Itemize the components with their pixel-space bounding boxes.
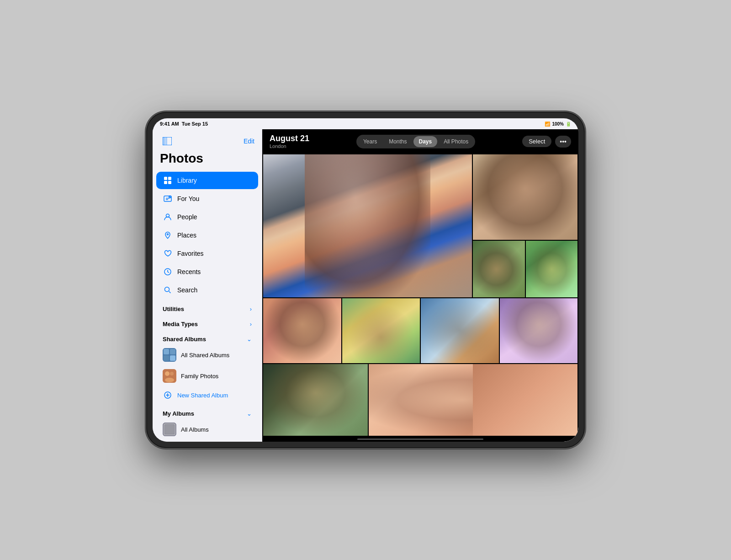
- sidebar-item-library[interactable]: Library: [156, 172, 258, 189]
- app-container: Edit Photos Library: [153, 129, 578, 442]
- tab-all-photos[interactable]: All Photos: [438, 136, 474, 147]
- svg-point-20: [170, 372, 174, 375]
- toolbar-tabs: Years Months Days All Photos: [356, 135, 475, 148]
- sidebar-people-label: People: [177, 213, 197, 221]
- media-types-section-header[interactable]: Media Types ›: [156, 316, 258, 329]
- photo-row-3: [263, 364, 577, 436]
- sidebar-recents-label: Recents: [177, 268, 201, 275]
- sidebar-for-you-label: For You: [177, 195, 199, 202]
- device-frame: 9:41 AM Tue Sep 15 📶 100% 🔋: [146, 112, 585, 448]
- svg-point-21: [165, 378, 174, 382]
- svg-rect-2: [166, 137, 167, 145]
- photo-cell-2[interactable]: [473, 154, 577, 240]
- more-options-button[interactable]: •••: [555, 136, 571, 148]
- photo-cell-10[interactable]: [369, 364, 577, 436]
- sidebar-title: Photos: [153, 151, 262, 171]
- edit-button[interactable]: Edit: [244, 137, 254, 145]
- photo-cell-4[interactable]: [526, 241, 577, 297]
- svg-rect-4: [168, 177, 171, 180]
- all-shared-albums-label: All Shared Albums: [181, 352, 229, 359]
- toolbar: August 21 London Years Months Days All P…: [262, 129, 578, 153]
- svg-point-19: [165, 371, 170, 376]
- shared-albums-title: Shared Albums: [163, 336, 206, 343]
- device-screen: 9:41 AM Tue Sep 15 📶 100% 🔋: [153, 118, 578, 442]
- battery-label: 100%: [552, 122, 564, 127]
- photo-cell-8[interactable]: [500, 298, 578, 363]
- family-photos-label: Family Photos: [181, 373, 218, 380]
- new-shared-album-label: New Shared Album: [177, 392, 228, 399]
- sidebar-item-for-you[interactable]: For You: [156, 190, 258, 207]
- svg-rect-5: [164, 181, 167, 184]
- library-icon: [163, 175, 173, 185]
- sidebar-item-all-shared-albums[interactable]: All Shared Albums: [156, 345, 258, 365]
- svg-rect-15: [170, 349, 175, 354]
- photo-cell-3[interactable]: [473, 241, 524, 297]
- sidebar-search-label: Search: [177, 286, 197, 294]
- family-photos-thumb: [163, 369, 176, 383]
- shared-albums-chevron: ⌄: [247, 336, 252, 343]
- utilities-title: Utilities: [163, 306, 184, 312]
- svg-point-10: [167, 234, 169, 235]
- media-types-title: Media Types: [163, 321, 198, 328]
- battery-icon: 🔋: [566, 122, 571, 127]
- utilities-chevron: ›: [250, 306, 252, 312]
- search-icon: [163, 285, 173, 295]
- sidebar-favorites-label: Favorites: [177, 250, 204, 257]
- toolbar-date-location: August 21 London: [270, 134, 309, 149]
- tab-years[interactable]: Years: [358, 136, 382, 147]
- svg-rect-17: [170, 355, 175, 361]
- photo-cell-6[interactable]: [342, 298, 420, 363]
- shared-albums-section-header[interactable]: Shared Albums ⌄: [156, 331, 258, 344]
- main-content: August 21 London Years Months Days All P…: [262, 129, 578, 442]
- sidebar-places-label: Places: [177, 232, 196, 239]
- favorites-icon: [163, 248, 173, 259]
- new-album-icon: [163, 390, 173, 400]
- tab-days[interactable]: Days: [413, 136, 438, 147]
- sidebar-item-favorites[interactable]: Favorites: [156, 245, 258, 262]
- photo-cell-9[interactable]: [263, 364, 368, 436]
- select-button[interactable]: Select: [522, 136, 551, 147]
- sidebar-new-shared-album[interactable]: New Shared Album: [156, 387, 258, 403]
- ipad-device: 9:41 AM Tue Sep 15 📶 100% 🔋: [146, 112, 585, 448]
- scroll-indicator: [357, 438, 484, 440]
- svg-point-12: [165, 287, 170, 292]
- sidebar: Edit Photos Library: [153, 129, 262, 442]
- svg-rect-14: [164, 349, 169, 354]
- my-albums-title: My Albums: [163, 410, 194, 417]
- photo-row-2: [263, 298, 577, 363]
- photo-cell-5[interactable]: [263, 298, 341, 363]
- my-albums-chevron: ⌄: [247, 410, 252, 417]
- sidebar-library-label: Library: [177, 177, 197, 184]
- sidebar-item-all-albums[interactable]: All Albums: [156, 419, 258, 439]
- recents-icon: [163, 267, 173, 277]
- photo-cell-1[interactable]: [263, 154, 472, 297]
- sidebar-header: Edit: [153, 129, 262, 151]
- svg-rect-6: [168, 181, 171, 184]
- sidebar-item-search[interactable]: Search: [156, 281, 258, 299]
- sidebar-item-places[interactable]: Places: [156, 227, 258, 244]
- media-types-chevron: ›: [250, 321, 252, 328]
- all-albums-thumb: [163, 423, 176, 436]
- places-icon: [163, 230, 173, 240]
- sidebar-toggle-button[interactable]: [160, 135, 175, 148]
- svg-rect-3: [164, 177, 167, 180]
- all-albums-label: All Albums: [181, 426, 209, 433]
- photo-cell-7[interactable]: [421, 298, 499, 363]
- sidebar-item-recents[interactable]: Recents: [156, 263, 258, 280]
- toolbar-location: London: [270, 143, 309, 149]
- svg-rect-0: [163, 137, 166, 145]
- svg-rect-16: [164, 355, 169, 361]
- sidebar-item-family-photos[interactable]: Family Photos: [156, 366, 258, 386]
- tab-months[interactable]: Months: [383, 136, 412, 147]
- my-albums-section-header[interactable]: My Albums ⌄: [156, 406, 258, 419]
- people-icon: [163, 212, 173, 222]
- status-date: Tue Sep 15: [182, 121, 208, 127]
- photo-grid: [262, 153, 578, 437]
- utilities-section-header[interactable]: Utilities ›: [156, 301, 258, 314]
- sidebar-item-people[interactable]: People: [156, 208, 258, 226]
- status-bar: 9:41 AM Tue Sep 15 📶 100% 🔋: [153, 118, 578, 129]
- photo-row-1: [263, 154, 577, 297]
- for-you-icon: [163, 194, 173, 204]
- svg-rect-27: [165, 425, 174, 434]
- status-time: 9:41 AM: [160, 121, 179, 127]
